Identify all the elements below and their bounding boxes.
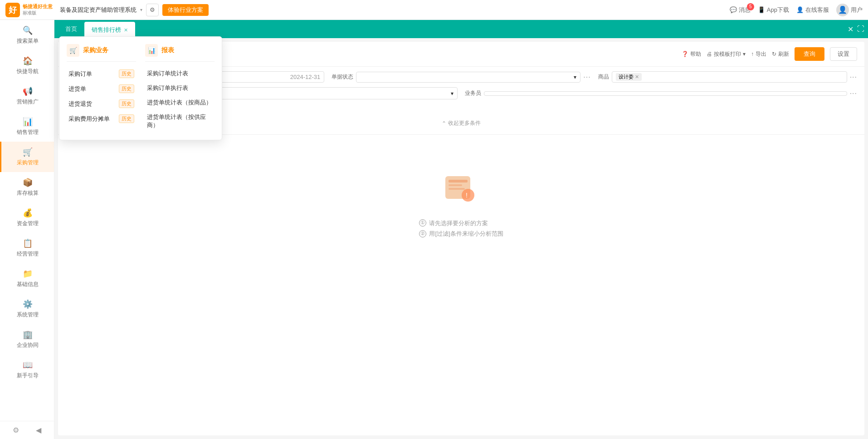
dropdown-item-purchase-order[interactable]: 采购订单 历史: [67, 66, 136, 81]
order-exec-label: 采购订单执行表: [147, 84, 188, 92]
purchase-col-icon: 🛒: [67, 44, 79, 57]
dropdown-overlay[interactable]: 🛒 采购业务 采购订单 历史 进货单 历史 进货退货 历史 采购费用分摊单: [0, 0, 868, 439]
receipt-supplier-label: 进货单统计表（按供应商）: [147, 113, 213, 129]
dropdown-item-receipt-supplier[interactable]: 进货单统计表（按供应商）: [145, 110, 215, 133]
purchase-dropdown-menu: 🛒 采购业务 采购订单 历史 进货单 历史 进货退货 历史 采购费用分摊单: [59, 36, 222, 140]
report-col-icon: 📊: [145, 44, 158, 57]
dropdown-item-return[interactable]: 进货退货 历史: [67, 96, 136, 111]
dropdown-item-cost[interactable]: 采购费用分摊单 历史: [67, 111, 136, 126]
cost-label: 采购费用分摊单: [68, 115, 110, 123]
return-history-tag: 历史: [119, 99, 134, 108]
dropdown-columns: 🛒 采购业务 采购订单 历史 进货单 历史 进货退货 历史 采购费用分摊单: [67, 44, 215, 133]
report-col-title: 报表: [161, 46, 174, 54]
dropdown-item-order-stat[interactable]: 采购订单统计表: [145, 66, 215, 81]
report-col-header: 📊 报表: [145, 44, 215, 62]
return-label: 进货退货: [68, 100, 92, 108]
purchase-order-label: 采购订单: [68, 70, 92, 78]
dropdown-item-receipt[interactable]: 进货单 历史: [67, 81, 136, 96]
purchase-col-header: 🛒 采购业务: [67, 44, 136, 62]
purchase-column: 🛒 采购业务 采购订单 历史 进货单 历史 进货退货 历史 采购费用分摊单: [67, 44, 136, 133]
dropdown-item-order-exec[interactable]: 采购订单执行表: [145, 81, 215, 95]
receipt-label: 进货单: [68, 85, 86, 93]
report-column: 📊 报表 采购订单统计表 采购订单执行表 进货单统计表（按商品） 进货单统计表（…: [145, 44, 215, 133]
cost-history-tag: 历史: [119, 114, 134, 123]
receipt-history-tag: 历史: [119, 84, 134, 93]
receipt-goods-label: 进货单统计表（按商品）: [147, 99, 212, 107]
purchase-col-title: 采购业务: [83, 46, 108, 54]
dropdown-item-receipt-goods[interactable]: 进货单统计表（按商品）: [145, 95, 215, 110]
purchase-order-history-tag: 历史: [119, 69, 134, 78]
order-stat-label: 采购订单统计表: [147, 69, 188, 78]
